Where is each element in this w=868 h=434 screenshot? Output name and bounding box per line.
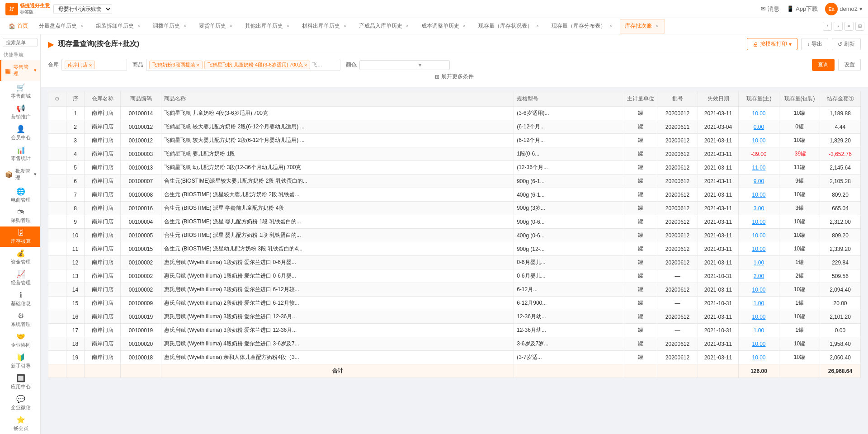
sidebar-item-corp-coop[interactable]: 🤝 企业协同 xyxy=(0,330,40,351)
tab-ku-pi-ci[interactable]: 库存批次账 × xyxy=(620,19,665,33)
product-search-input[interactable] xyxy=(324,62,337,68)
breadcrumb-select[interactable]: 母婴行业演示账套 xyxy=(53,4,112,14)
row-stock-main[interactable]: 10.00 xyxy=(739,310,779,324)
remove-product-tag-1-btn[interactable]: × xyxy=(197,62,199,68)
row-balance: 1,958.40 xyxy=(820,337,861,351)
search-input[interactable] xyxy=(3,38,38,47)
row-stock-main[interactable]: 10.00 xyxy=(739,351,779,364)
sidebar-item-member[interactable]: 👤 会员中心 xyxy=(0,123,40,143)
tab-close-icon[interactable]: × xyxy=(461,23,467,29)
color-search-input[interactable] xyxy=(363,62,417,68)
sidebar-item-basic-info[interactable]: ℹ 基础信息 xyxy=(0,288,40,309)
retail-mgmt-icon: ▦ xyxy=(5,67,11,74)
product-more[interactable]: 飞... xyxy=(312,61,322,69)
message-btn[interactable]: ✉ 消息 xyxy=(761,5,779,13)
row-stock-main[interactable]: 11.00 xyxy=(739,161,779,175)
print-btn[interactable]: 🖨 按模板打印 ▾ xyxy=(747,38,797,50)
sidebar-item-biz[interactable]: 📈 经营管理 xyxy=(0,268,40,288)
tab-close-icon[interactable]: × xyxy=(534,23,541,29)
sidebar-item-vip[interactable]: ⭐ 畅会员 xyxy=(0,413,40,434)
row-stock-main[interactable]: 1.00 xyxy=(739,256,779,269)
row-stock-main[interactable]: 10.00 xyxy=(739,242,779,256)
user-menu[interactable]: Ea demo2 ▾ xyxy=(825,3,863,15)
row-name: 飞鹤星飞帆 儿童奶粉 4段(3-6岁适用) 700克 xyxy=(161,107,514,120)
gear-icon[interactable]: ⚙ xyxy=(55,96,60,102)
product-tag-container[interactable]: 飞鹤奶粉3段两提装 × 飞鹤星飞帆 儿童奶粉 4段(3-6岁适用) 700克 ×… xyxy=(146,59,340,71)
row-stock-main[interactable]: 10.00 xyxy=(739,337,779,351)
remove-warehouse-tag-btn[interactable]: × xyxy=(89,62,92,68)
tab-zu-chai[interactable]: 组装拆卸单历史 × xyxy=(91,19,147,33)
row-stock-main[interactable]: 10.00 xyxy=(739,134,779,147)
row-setting xyxy=(48,202,66,215)
sidebar-item-purchase[interactable]: 🛍 采购管理 xyxy=(0,206,40,226)
app-download-btn[interactable]: 📱 App下载 xyxy=(787,5,818,13)
tab-next-btn[interactable]: › xyxy=(834,22,843,31)
sidebar-item-inventory[interactable]: 🗄 库存核算 xyxy=(0,226,40,247)
tab-close-icon[interactable]: × xyxy=(182,23,188,29)
tab-qi-ta[interactable]: 其他出库单历史 × xyxy=(240,19,296,33)
tab-xian-cun-fb[interactable]: 现存量（库存分布表） × xyxy=(547,19,619,33)
warehouse-tag-container[interactable]: 南岸门店 × xyxy=(61,59,127,71)
tab-tiao-bo[interactable]: 调拨单历史 × xyxy=(148,19,193,33)
tab-close-icon[interactable]: × xyxy=(285,23,291,29)
row-stock-main[interactable]: 10.00 xyxy=(739,229,779,242)
color-tag-container[interactable]: ▾ xyxy=(359,60,450,70)
tab-close-icon[interactable]: × xyxy=(228,23,234,29)
col-setting[interactable]: ⚙ xyxy=(48,91,66,107)
sidebar-item-corp-wechat[interactable]: 💬 企业微信 xyxy=(0,392,40,413)
warehouse-search-input[interactable] xyxy=(97,62,124,68)
row-stock-main[interactable]: 3.00 xyxy=(739,202,779,215)
row-batch: 20200612 xyxy=(657,337,698,351)
sidebar-item-retail-mgmt[interactable]: ▦ 零售管理 ▾ xyxy=(0,60,40,81)
tab-close-icon[interactable]: × xyxy=(136,23,142,29)
row-stock-main[interactable]: 10.00 xyxy=(739,215,779,229)
row-name: 飞鹤星飞帆 幼儿配方奶粉 3段(12-36个月幼儿适用) 700克 xyxy=(161,161,514,175)
row-stock-main[interactable]: 10.00 xyxy=(739,283,779,297)
tab-prev-btn[interactable]: ‹ xyxy=(823,22,832,31)
row-stock-main[interactable]: -39.00 xyxy=(739,147,779,161)
sidebar-item-sys[interactable]: ⚙ 系统管理 xyxy=(0,309,40,330)
tab-fen-pan[interactable]: 分量盘点单历史 × xyxy=(34,19,90,33)
row-expire: 2021-10-31 xyxy=(698,269,739,283)
row-balance: 2,312.00 xyxy=(820,215,861,229)
sidebar-item-retail-stats[interactable]: 📊 零售统计 xyxy=(0,143,40,164)
export-btn[interactable]: ↓ 导出 xyxy=(801,38,828,50)
row-stock-main[interactable]: 9.00 xyxy=(739,175,779,188)
tab-close-icon[interactable]: × xyxy=(79,23,85,29)
tab-xian-cun-kk[interactable]: 现存量（库存状况表） × xyxy=(473,19,546,33)
color-dropdown-icon[interactable]: ▾ xyxy=(419,62,421,68)
row-stock-pack: 11罐 xyxy=(779,161,820,175)
expand-sidebar-btn[interactable]: ▶ xyxy=(48,39,54,49)
sidebar-item-app-center[interactable]: 🔲 应用中心 xyxy=(0,372,40,392)
tab-cheng-ben[interactable]: 成本调整单历史 × xyxy=(416,19,472,33)
tab-home[interactable]: 🏠 首页 xyxy=(4,19,33,33)
query-btn[interactable]: 查询 xyxy=(812,59,835,71)
refresh-btn[interactable]: ↺ 刷新 xyxy=(832,38,861,50)
row-stock-main[interactable]: 1.00 xyxy=(739,324,779,337)
row-setting xyxy=(48,351,66,364)
row-stock-main[interactable]: 1.00 xyxy=(739,297,779,310)
tab-chan-pin[interactable]: 产成品入库单历史 × xyxy=(354,19,415,33)
tab-close-all-btn[interactable]: × xyxy=(844,22,854,31)
tab-cai-liao[interactable]: 材料出库单历史 × xyxy=(297,19,353,33)
sidebar-item-marketing[interactable]: 📢 营销推广 xyxy=(0,102,40,123)
sidebar-item-batch-mgmt[interactable]: 📦 批发管理 ▾ xyxy=(0,164,40,185)
sidebar-item-retail-shop[interactable]: 🛒 零售商城 xyxy=(0,81,40,102)
row-expire: 2021-03-11 xyxy=(698,351,739,364)
sidebar-item-new-guide[interactable]: 🔰 新手引导 xyxy=(0,351,40,372)
sidebar-item-ecom[interactable]: 🌐 电商管理 xyxy=(0,185,40,206)
expand-conditions-btn[interactable]: ⊞ 展开更多条件 xyxy=(48,71,861,82)
row-stock-main[interactable]: 10.00 xyxy=(739,107,779,120)
tab-close-icon[interactable]: × xyxy=(608,23,614,29)
tab-yao-huo[interactable]: 要货单历史 × xyxy=(194,19,239,33)
row-stock-main[interactable]: 10.00 xyxy=(739,188,779,202)
row-stock-main[interactable]: 2.00 xyxy=(739,269,779,283)
tab-close-icon[interactable]: × xyxy=(342,23,348,29)
remove-product-tag-2-btn[interactable]: × xyxy=(304,62,307,68)
sidebar-item-finance[interactable]: 💰 资金管理 xyxy=(0,247,40,268)
row-stock-main[interactable]: 0.00 xyxy=(739,120,779,134)
tab-close-icon[interactable]: × xyxy=(654,23,660,29)
tab-close-icon[interactable]: × xyxy=(404,23,410,29)
tab-menu-btn[interactable]: ⊞ xyxy=(855,22,864,31)
settings-btn[interactable]: 设置 xyxy=(838,59,861,71)
